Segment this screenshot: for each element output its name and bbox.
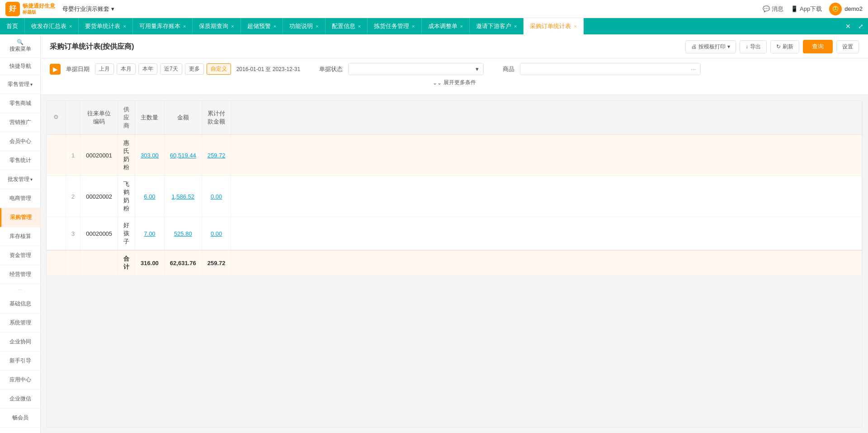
td-paid-amount[interactable]: 0.00 [202, 217, 231, 251]
date-btn-7days[interactable]: 近7天 [160, 63, 182, 75]
td-amount[interactable]: 60,519.44 [164, 135, 202, 176]
app-download-action[interactable]: 📱 App下载 [791, 5, 822, 13]
sidebar-item-app-center[interactable]: 应用中心 [0, 371, 40, 390]
restore-tab-btn[interactable]: ⤢ [855, 22, 866, 31]
template-print-button[interactable]: 🖨 按模板打印 ▾ [685, 40, 736, 53]
status-filter-label: 单据状态 [319, 65, 343, 73]
sidebar-item-inventory-check[interactable]: 库存核算 [0, 227, 40, 246]
user-area[interactable]: 😊 demo2 [829, 3, 863, 15]
td-main-qty[interactable]: 7.00 [135, 217, 165, 251]
close-icon[interactable]: × [123, 24, 126, 29]
tf-label: 合计 [118, 250, 135, 276]
tab-cost-adjust[interactable]: 成本调整单 × [422, 18, 470, 34]
td-supplier-code: 00020001 [80, 135, 118, 176]
sidebar-item-system-mgmt[interactable]: 系统管理 [0, 314, 40, 333]
expand-more-row: ⌄⌄ 展开更多条件 [50, 75, 859, 90]
avatar: 😊 [829, 3, 842, 15]
td-amount[interactable]: 525.80 [164, 217, 202, 251]
workspace-selector[interactable]: 母婴行业演示账套 ▾ [59, 3, 118, 15]
td-main-qty[interactable]: 6.00 [135, 176, 165, 217]
td-paid-amount[interactable]: 0.00 [202, 176, 231, 217]
sidebar-quick-nav[interactable]: 快捷导航 [0, 58, 40, 75]
th-paid-amount: 累计付款金额 [202, 101, 231, 135]
export-icon: ↓ [745, 43, 748, 50]
td-empty [231, 176, 862, 217]
table-footer-row: 合计 316.00 62,631.76 259.72 [47, 250, 862, 276]
close-icon[interactable]: × [69, 24, 72, 29]
tab-config-info[interactable]: 配置信息 × [326, 18, 368, 34]
table-wrapper: ⚙ 往来单位编码 供应商 主数量 金额 累计付款金额 [46, 100, 863, 428]
message-icon: 💬 [763, 5, 770, 12]
date-btn-custom[interactable]: 自定义 [207, 63, 231, 75]
tab-collect-pay[interactable]: 收发存汇总表 × [25, 18, 79, 34]
close-icon[interactable]: × [412, 24, 415, 29]
sidebar-item-retail-mgmt[interactable]: 零售管理 ▾ [0, 75, 40, 94]
tab-expiry-query[interactable]: 保质期查询 × [193, 18, 241, 34]
tab-pick-task[interactable]: 拣货任务管理 × [368, 18, 421, 34]
tab-overstock-warning[interactable]: 超储预警 × [241, 18, 283, 34]
tab-home[interactable]: 首页 [0, 18, 25, 34]
sidebar-item-privilege-member[interactable]: 畅会员 [0, 409, 40, 428]
tf-amount: 62,631.76 [164, 250, 202, 276]
sidebar-item-new-guide[interactable]: 新手引导 [0, 352, 40, 371]
goods-filter-input[interactable]: ··· [520, 63, 701, 75]
sidebar-item-purchase-mgmt[interactable]: 采购管理 [0, 208, 40, 227]
sidebar-item-enterprise-collab[interactable]: 企业协同 [0, 333, 40, 352]
refresh-button[interactable]: ↻ 刷新 [770, 40, 799, 53]
date-quick-buttons: 上月 本月 本年 近7天 更多 自定义 [95, 63, 231, 75]
tf-paid-amount: 259.72 [202, 250, 231, 276]
column-settings-icon[interactable]: ⚙ [52, 114, 60, 122]
td-index: 1 [66, 135, 80, 176]
expand-more-button[interactable]: ⌄⌄ 展开更多条件 [50, 79, 859, 86]
sidebar-item-ecommerce-mgmt[interactable]: 电商管理 [0, 189, 40, 208]
close-icon[interactable]: × [514, 24, 517, 29]
td-empty [231, 217, 862, 251]
top-bar-right: 💬 消息 📱 App下载 😊 demo2 [763, 3, 863, 15]
date-btn-this-month[interactable]: 本月 [117, 63, 136, 75]
sidebar-item-wholesale-mgmt[interactable]: 批发管理 ▾ [0, 170, 40, 189]
td-paid-amount[interactable]: 259.72 [202, 135, 231, 176]
date-btn-last-month[interactable]: 上月 [95, 63, 114, 75]
th-settings: ⚙ [47, 101, 66, 135]
td-empty [231, 135, 862, 176]
sidebar-item-retail-stats[interactable]: 零售统计 [0, 151, 40, 170]
sidebar-search[interactable]: 🔍 搜索菜单 [0, 34, 40, 58]
sidebar-item-basic-info[interactable]: 基础信息 [0, 295, 40, 314]
tab-func-desc[interactable]: 功能说明 × [283, 18, 325, 34]
sidebar-item-enterprise-wechat[interactable]: 企业微信 [0, 390, 40, 409]
sidebar-item-business-mgmt[interactable]: 经营管理 [0, 265, 40, 284]
close-icon[interactable]: × [231, 24, 234, 29]
td-supplier-name: 惠氏奶粉 [118, 135, 135, 176]
close-icon[interactable]: × [274, 24, 276, 29]
close-icon[interactable]: × [358, 24, 361, 29]
date-btn-more[interactable]: 更多 [185, 63, 204, 75]
sidebar-item-marketing[interactable]: 营销推广 [0, 113, 40, 132]
date-btn-this-year[interactable]: 本年 [138, 63, 157, 75]
table-row: 2 00020002 飞鹤奶粉 6.00 1,586.52 0.00 [47, 176, 862, 217]
close-icon[interactable]: × [574, 24, 576, 29]
tab-inventory-ledger[interactable]: 可用量库存账本 × [133, 18, 193, 34]
close-tab-btn[interactable]: ✕ [843, 22, 854, 31]
close-icon[interactable]: × [183, 24, 186, 29]
sidebar-item-finance-mgmt[interactable]: 资金管理 [0, 246, 40, 265]
td-supplier-name: 飞鹤奶粉 [118, 176, 135, 217]
td-amount[interactable]: 1,586.52 [164, 176, 202, 217]
message-action[interactable]: 💬 消息 [763, 5, 783, 13]
td-main-qty[interactable]: 303.00 [135, 135, 165, 176]
export-button[interactable]: ↓ 导出 [740, 40, 767, 53]
sidebar-item-retail-shop[interactable]: 零售商城 [0, 94, 40, 113]
sidebar-item-member-center[interactable]: 会员中心 [0, 132, 40, 151]
page-title-row: 采购订单统计表(按供应商) 🖨 按模板打印 ▾ ↓ 导出 ↻ 刷新 [50, 40, 859, 53]
chevron-down-icon: ▾ [111, 5, 114, 12]
data-table: ⚙ 往来单位编码 供应商 主数量 金额 累计付款金额 [47, 101, 862, 276]
close-icon[interactable]: × [460, 24, 463, 29]
filter-toggle-button[interactable]: ▶ [50, 64, 61, 75]
top-bar-left: 好 畅捷通好生意 标题版 母婴行业演示账套 ▾ [5, 2, 118, 16]
tab-goods-stats[interactable]: 要货单统计表 × [79, 18, 132, 34]
tab-invite-customer[interactable]: 邀请下游客户 × [470, 18, 524, 34]
close-icon[interactable]: × [316, 24, 318, 29]
settings-button[interactable]: 设置 [836, 40, 859, 53]
tab-purchase-stats[interactable]: 采购订单统计表 × [524, 18, 583, 34]
query-button[interactable]: 查询 [803, 40, 833, 53]
status-filter-select[interactable]: ▾ [348, 63, 484, 75]
